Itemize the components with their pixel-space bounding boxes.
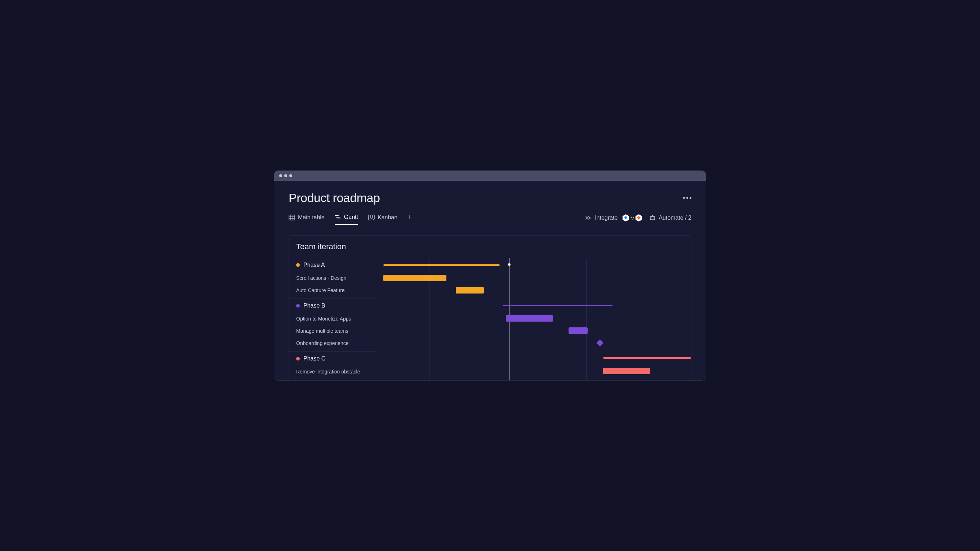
tab-label: Kanban (378, 214, 398, 221)
phase-summary-bar[interactable] (503, 305, 612, 306)
window-control-close[interactable] (279, 174, 282, 177)
panel-title: Team iteration (289, 235, 691, 258)
robot-icon (649, 214, 656, 221)
kanban-icon (368, 214, 375, 221)
svg-rect-16 (650, 216, 655, 220)
integrate-button[interactable]: Integrate (585, 214, 643, 222)
page-title: Product roadmap (289, 191, 380, 205)
phase-header[interactable]: Phase C (289, 352, 377, 365)
tab-label: Gantt (344, 214, 358, 221)
tab-kanban[interactable]: Kanban (368, 214, 398, 224)
tab-gantt[interactable]: Gantt (335, 214, 358, 225)
svg-rect-0 (289, 215, 295, 220)
app-window: Product roadmap Main table Gantt Kanban (274, 170, 706, 381)
gantt-bars (377, 258, 691, 379)
svg-rect-10 (373, 215, 374, 219)
svg-point-17 (651, 218, 652, 218)
task-label[interactable]: Auto Capture Feature (289, 284, 377, 296)
window-control-maximize[interactable] (289, 174, 292, 177)
phase-color-dot (296, 304, 300, 308)
milestone-marker[interactable] (597, 339, 604, 346)
svg-point-18 (653, 218, 654, 218)
task-label[interactable]: Manage multiple teams (289, 325, 377, 337)
gantt-panel: Team iteration Phase AScroll actions - D… (289, 235, 691, 380)
automate-button[interactable]: Automate / 2 (649, 214, 691, 221)
gantt-task-list: Phase AScroll actions - DesignAuto Captu… (289, 258, 377, 380)
task-bar[interactable] (603, 368, 650, 374)
task-bar[interactable] (456, 287, 484, 294)
integration-logos (622, 214, 643, 222)
phase-summary-bar[interactable] (383, 264, 500, 266)
integrate-label: Integrate (595, 214, 617, 221)
more-menu-button[interactable] (683, 197, 691, 199)
svg-point-20 (652, 215, 653, 216)
phase-color-dot (296, 263, 300, 267)
phase-name: Phase C (303, 356, 325, 362)
phase-summary-bar[interactable] (603, 357, 691, 359)
phase-name: Phase A (303, 262, 325, 268)
task-bar[interactable] (383, 275, 446, 281)
tab-main-table[interactable]: Main table (289, 214, 325, 224)
integrate-icon (585, 214, 591, 221)
task-label[interactable]: Option to Monetize Apps (289, 313, 377, 325)
task-bar[interactable] (506, 315, 553, 322)
svg-point-13 (631, 216, 632, 218)
automate-label: Automate / 2 (659, 214, 691, 221)
gantt-chart-area[interactable] (377, 258, 691, 380)
table-icon (289, 214, 295, 221)
tab-label: Main table (298, 214, 325, 221)
task-label[interactable]: Onboarding experience (289, 337, 377, 349)
svg-rect-8 (369, 215, 370, 220)
svg-point-14 (633, 216, 634, 218)
phase-header[interactable]: Phase B (289, 299, 377, 313)
gantt-icon (335, 214, 341, 220)
phase-header[interactable]: Phase A (289, 258, 377, 272)
window-control-minimize[interactable] (284, 174, 287, 177)
task-label[interactable]: Scroll actions - Design (289, 272, 377, 284)
phase-name: Phase B (303, 303, 325, 309)
svg-rect-9 (371, 215, 372, 218)
task-bar[interactable] (568, 327, 587, 334)
task-label[interactable]: Remove integration obstacle (289, 365, 377, 378)
window-titlebar (274, 171, 706, 181)
add-view-button[interactable]: + (407, 214, 412, 225)
phase-color-dot (296, 357, 300, 360)
gitlab-icon (635, 214, 643, 222)
view-tabs: Main table Gantt Kanban + Integrate (289, 214, 691, 225)
